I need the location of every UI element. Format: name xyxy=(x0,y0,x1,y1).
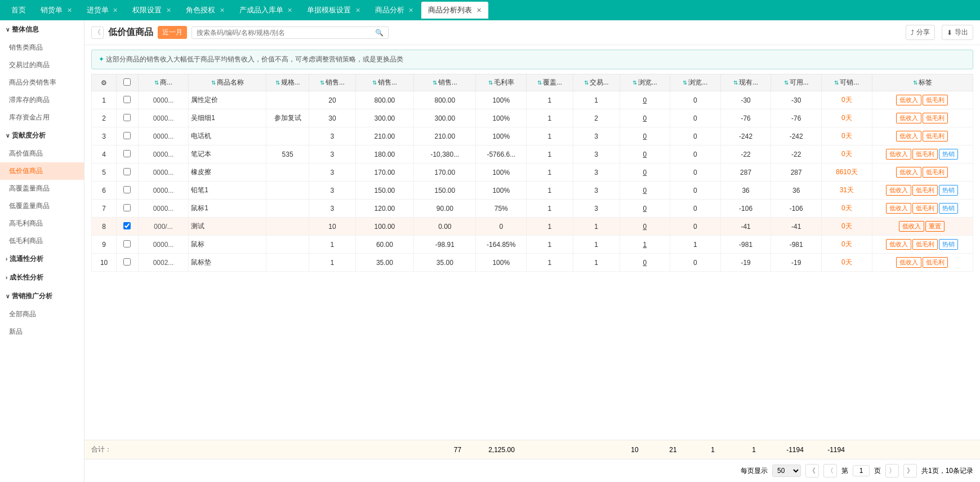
row-checkbox[interactable] xyxy=(117,145,139,163)
tags-column-header[interactable]: ⇅标签 xyxy=(872,74,973,91)
row-checkbox[interactable] xyxy=(117,91,139,109)
row-select-checkbox[interactable] xyxy=(123,258,131,266)
browse-link[interactable]: 0 xyxy=(643,259,647,267)
browse-link[interactable]: 0 xyxy=(643,187,647,194)
browse-link[interactable]: 0 xyxy=(643,114,647,122)
row-select-checkbox[interactable] xyxy=(123,222,131,229)
nav-product-analysis[interactable]: 商品分析 ✕ xyxy=(368,2,421,19)
nav-product-inbound[interactable]: 产成品入库单 ✕ xyxy=(233,2,300,19)
browse1-column-header[interactable]: ⇅浏览... xyxy=(620,74,670,91)
row-checkbox[interactable] xyxy=(117,236,139,254)
browse1[interactable]: 0 xyxy=(620,127,670,145)
close-icon[interactable]: ✕ xyxy=(67,7,72,14)
browse-link[interactable]: 0 xyxy=(643,96,647,104)
current-stock-column-header[interactable]: ⇅现有... xyxy=(720,74,771,91)
filter-recent-month-button[interactable]: 近一月 xyxy=(158,26,187,39)
row-select-checkbox[interactable] xyxy=(123,132,131,139)
row-select-checkbox[interactable] xyxy=(123,204,131,211)
row-select-checkbox[interactable] xyxy=(123,96,131,103)
sales-avg-column-header[interactable]: ⇅销售... xyxy=(414,74,476,91)
sidebar-item-slow-inventory[interactable]: 滞库存的商品 xyxy=(0,91,84,109)
row-checkbox[interactable] xyxy=(117,254,139,272)
sidebar-group-liquidity[interactable]: ›流通性分析 xyxy=(0,250,84,268)
next-page-button[interactable]: 〉 xyxy=(885,464,899,477)
sidebar-item-low-value[interactable]: 低价值商品 xyxy=(0,162,84,180)
browse1[interactable]: 0 xyxy=(620,91,670,109)
sidebar-group-marketing[interactable]: ∨营销推广分析 xyxy=(0,287,84,306)
checkbox-column-header[interactable] xyxy=(117,74,139,91)
nav-template-settings[interactable]: 单据模板设置 ✕ xyxy=(300,2,367,19)
browse-link[interactable]: 0 xyxy=(643,169,647,176)
sales-amount-column-header[interactable]: ⇅销售... xyxy=(355,74,413,91)
sidebar-item-traded-products[interactable]: 交易过的商品 xyxy=(0,56,84,74)
sidebar-item-low-margin[interactable]: 低毛利商品 xyxy=(0,232,84,250)
sidebar-item-low-coverage[interactable]: 低覆盖量商品 xyxy=(0,197,84,215)
row-select-checkbox[interactable] xyxy=(123,240,131,247)
page-number-input[interactable] xyxy=(853,465,870,476)
browse-link[interactable]: 0 xyxy=(643,205,647,213)
sales-qty-column-header[interactable]: ⇅销售... xyxy=(309,74,356,91)
share-button[interactable]: ⤴ 分享 xyxy=(906,25,935,40)
close-icon[interactable]: ✕ xyxy=(220,7,225,14)
row-checkbox[interactable] xyxy=(117,127,139,145)
sidebar-item-all-products[interactable]: 全部商品 xyxy=(0,306,84,323)
browse-link[interactable]: 0 xyxy=(643,151,647,158)
browse1[interactable]: 0 xyxy=(620,182,670,200)
sidebar-item-sales-products[interactable]: 销售类商品 xyxy=(0,39,84,56)
browse1[interactable]: 0 xyxy=(620,163,670,182)
close-icon[interactable]: ✕ xyxy=(166,7,171,14)
export-button[interactable]: ⬇ 导出 xyxy=(942,25,973,40)
product-name-column-header[interactable]: ⇅商品名称 xyxy=(189,74,266,91)
spec-column-header[interactable]: ⇅规格... xyxy=(266,74,309,91)
row-select-checkbox[interactable] xyxy=(123,168,131,175)
browse-link[interactable]: 0 xyxy=(643,132,647,140)
close-icon[interactable]: ✕ xyxy=(408,7,413,14)
nav-home[interactable]: 首页 xyxy=(5,2,33,19)
coverage-column-header[interactable]: ⇅覆盖... xyxy=(527,74,573,91)
browse-link[interactable]: 0 xyxy=(643,223,647,231)
close-icon[interactable]: ✕ xyxy=(113,7,118,14)
first-page-button[interactable]: 《 xyxy=(805,464,819,477)
close-icon[interactable]: ✕ xyxy=(355,7,360,14)
nav-role-auth[interactable]: 角色授权 ✕ xyxy=(179,2,231,19)
row-select-checkbox[interactable] xyxy=(123,114,131,121)
sidebar-group-overall[interactable]: ∨整体信息 xyxy=(0,20,84,39)
browse1[interactable]: 0 xyxy=(620,218,670,236)
transactions-column-header[interactable]: ⇅交易... xyxy=(573,74,620,91)
sidebar-item-category-sales[interactable]: 商品分类销售率 xyxy=(0,74,84,91)
close-icon[interactable]: ✕ xyxy=(476,7,482,14)
gross-rate-column-header[interactable]: ⇅毛利率 xyxy=(476,74,527,91)
prev-page-button[interactable]: 〈 xyxy=(823,464,837,477)
row-checkbox[interactable] xyxy=(117,182,139,200)
collapse-sidebar-button[interactable]: 《 xyxy=(91,26,104,39)
sidebar-item-inventory-funds[interactable]: 库存资金占用 xyxy=(0,109,84,126)
row-checkbox[interactable] xyxy=(117,163,139,182)
sidebar-item-new-products[interactable]: 新品 xyxy=(0,323,84,341)
sidebar-item-high-coverage[interactable]: 高覆盖量商品 xyxy=(0,180,84,197)
sidebar-item-high-value[interactable]: 高价值商品 xyxy=(0,145,84,162)
select-all-checkbox[interactable] xyxy=(123,78,131,86)
sidebar-item-high-margin[interactable]: 高毛利商品 xyxy=(0,215,84,232)
sellable-column-header[interactable]: ⇅可销... xyxy=(822,74,872,91)
nav-sales-order[interactable]: 销货单 ✕ xyxy=(34,2,79,19)
per-page-select[interactable]: 50 100 200 xyxy=(772,465,801,477)
settings-column-header[interactable]: ⚙ xyxy=(92,74,117,91)
browse1[interactable]: 1 xyxy=(620,236,670,254)
browse1[interactable]: 0 xyxy=(620,145,670,163)
sidebar-group-growth[interactable]: ›成长性分析 xyxy=(0,268,84,287)
browse1[interactable]: 0 xyxy=(620,109,670,127)
search-icon[interactable]: 🔍 xyxy=(375,29,384,37)
browse1[interactable]: 0 xyxy=(620,254,670,272)
row-checkbox[interactable] xyxy=(117,200,139,218)
last-page-button[interactable]: 》 xyxy=(903,464,917,477)
browse-link[interactable]: 1 xyxy=(643,241,647,249)
nav-purchase[interactable]: 进货单 ✕ xyxy=(80,2,125,19)
close-icon[interactable]: ✕ xyxy=(287,7,292,14)
row-select-checkbox[interactable] xyxy=(123,186,131,193)
browse2-column-header[interactable]: ⇅浏览... xyxy=(670,74,721,91)
browse1[interactable]: 0 xyxy=(620,200,670,218)
nav-product-analysis-list[interactable]: 商品分析列表 ✕ xyxy=(421,2,488,19)
available-stock-column-header[interactable]: ⇅可用... xyxy=(771,74,822,91)
row-select-checkbox[interactable] xyxy=(123,150,131,157)
search-input[interactable] xyxy=(197,29,373,37)
